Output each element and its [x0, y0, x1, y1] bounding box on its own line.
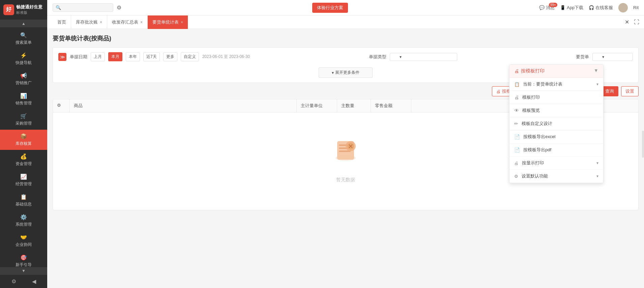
- display-print-label: 按显示打印: [522, 160, 544, 166]
- display-print-left: 🖨 按显示打印: [514, 160, 544, 166]
- dropdown-display-print[interactable]: 🖨 按显示打印 ▾: [509, 157, 603, 170]
- tab-inventory-batch-close[interactable]: ×: [100, 20, 102, 25]
- goods-select[interactable]: ▾: [592, 53, 633, 61]
- tab-receipt-summary-close[interactable]: ×: [140, 20, 143, 25]
- sidebar-item-search[interactable]: 🔍 搜索菜单: [0, 29, 47, 49]
- chevron-right-icon: ▾: [596, 82, 598, 87]
- tab-order-stats-label: 要货单统计表: [152, 19, 179, 25]
- gear-icon[interactable]: ⚙: [117, 4, 121, 11]
- dropdown-template-preview[interactable]: 👁 模板预览: [509, 104, 603, 117]
- basic-info-icon: 📋: [20, 194, 27, 200]
- search-box[interactable]: 🔍: [53, 3, 113, 12]
- sidebar-item-marketing[interactable]: 📢 营销推广: [0, 69, 47, 89]
- sidebar-item-label: 基础信息: [16, 201, 32, 207]
- table-col-quantity: 主数量: [337, 99, 371, 112]
- search-icon: 🔍: [56, 5, 61, 10]
- system-icon: ⚙️: [20, 214, 27, 220]
- template-print-item-label: 模板打印: [522, 94, 540, 100]
- settings-bottom-icon[interactable]: ⚙: [11, 278, 16, 285]
- template-custom-item-label: 模板自定义设计: [522, 121, 552, 127]
- tab-inventory-batch[interactable]: 库存批次账 ×: [71, 15, 107, 29]
- sidebar-item-label: 营销推广: [16, 80, 32, 86]
- sidebar-scroll-up[interactable]: ▲: [0, 20, 47, 27]
- print-header-icon: 🖨: [514, 68, 519, 74]
- sidebar-item-finance[interactable]: 💰 资金管理: [0, 150, 47, 170]
- goods-filter-label: 要货单: [576, 54, 589, 60]
- template-preview-icon: 👁: [514, 108, 519, 113]
- date-btn-this-month[interactable]: 本月: [108, 52, 122, 61]
- expand-more-btn[interactable]: ▾ 展开更多条件: [319, 67, 373, 78]
- collapse-icon[interactable]: ◀: [32, 278, 36, 285]
- dropdown-export-pdf[interactable]: 📄 按模板导出pdf: [509, 143, 603, 157]
- date-btn-more[interactable]: 更多: [163, 52, 177, 61]
- sidebar-item-sales[interactable]: 📊 销售管理: [0, 89, 47, 109]
- date-btn-custom[interactable]: 自定义: [181, 52, 199, 61]
- app-download-label: App下载: [567, 5, 583, 11]
- tab-receipt-summary-label: 收发存汇总表: [112, 19, 138, 25]
- date-btn-this-year[interactable]: 本年: [126, 52, 140, 61]
- search-input[interactable]: [62, 5, 106, 10]
- tab-close-btn[interactable]: ✕: [623, 18, 631, 27]
- sidebar-item-inventory[interactable]: 📦 库存核算: [0, 130, 47, 150]
- dropdown-close-icon[interactable]: ▲: [594, 68, 598, 74]
- service-icon: 🎧: [589, 5, 594, 10]
- chevron-down-icon2: ▾: [602, 55, 604, 59]
- dropdown-template-custom[interactable]: ✏ 模板自定义设计: [509, 117, 603, 130]
- date-btn-7days[interactable]: 近7天: [143, 52, 160, 61]
- filter-expand-btn[interactable]: ≫: [58, 53, 66, 61]
- table-col-checkbox: ⚙: [53, 99, 70, 112]
- sidebar-item-label: 采购管理: [16, 121, 32, 126]
- sidebar-item-operations[interactable]: 📈 经营管理: [0, 170, 47, 190]
- filter-row: ≫ 单据日期 上月 本月 本年 近7天 更多 自定义 2023-06-01 至 …: [58, 52, 633, 61]
- query-label: 查询: [605, 88, 614, 94]
- brand-name: 畅捷通好生意: [16, 4, 42, 10]
- username-label[interactable]: Rit: [633, 5, 639, 10]
- tab-controls: ✕ ⛶: [620, 18, 644, 27]
- guide-icon: 🎯: [20, 254, 27, 261]
- sidebar-item-basic-info[interactable]: 📋 基础信息: [0, 190, 47, 211]
- tab-home[interactable]: 首页: [53, 15, 71, 29]
- dropdown-current-section[interactable]: 📋 当前：要货单统计表 ▾: [509, 78, 603, 91]
- inventory-icon: 📦: [20, 133, 27, 139]
- template-custom-icon: ✏: [514, 121, 518, 126]
- online-service-btn[interactable]: 🎧 在线客服: [589, 5, 613, 11]
- dropdown-template-print[interactable]: 🖨 模板打印: [509, 91, 603, 104]
- sidebar-item-quick-nav[interactable]: ⚡ 快捷导航: [0, 49, 47, 69]
- date-btn-last-month[interactable]: 上月: [91, 52, 105, 61]
- chevron-down-icon: ▾: [400, 55, 402, 59]
- template-print-icon: 🖨: [514, 95, 519, 100]
- tab-order-stats[interactable]: 要货单统计表 ×: [148, 15, 188, 29]
- order-type-select[interactable]: ▾: [390, 53, 457, 61]
- sidebar-item-guide[interactable]: 🎯 新手引导: [0, 251, 47, 267]
- app-download-btn[interactable]: 📱 App下载: [560, 5, 583, 11]
- template-preview-item-label: 模板预览: [522, 107, 540, 114]
- dropdown-set-default[interactable]: ⚙ 设置默认功能 ▾: [509, 170, 603, 183]
- empty-scroll-svg: [329, 133, 362, 166]
- dropdown-menu: 🖨 按模板打印 ▲ 📋 当前：要货单统计表 ▾ 🖨 模板打印 👁 模板预览: [509, 64, 604, 183]
- sidebar-item-enterprise[interactable]: 🤝 企业协同: [0, 231, 47, 251]
- tab-maximize-btn[interactable]: ⛶: [633, 18, 641, 27]
- set-default-arrow: ▾: [596, 174, 598, 179]
- trial-btn[interactable]: 体验行业方案: [312, 3, 348, 13]
- dropdown-header: 🖨 按模板打印 ▲: [509, 65, 603, 78]
- enterprise-icon: 🤝: [20, 234, 27, 241]
- settings-col-icon[interactable]: ⚙: [57, 103, 61, 108]
- message-btn[interactable]: 💬 消息 99+: [539, 5, 555, 11]
- settings-btn[interactable]: 设置: [621, 86, 639, 96]
- tab-receipt-summary[interactable]: 收发存汇总表 ×: [107, 15, 148, 29]
- quick-nav-icon: ⚡: [20, 52, 27, 59]
- sidebar-scroll-down[interactable]: ▼: [0, 267, 47, 275]
- sidebar-item-label: 资金管理: [16, 161, 32, 167]
- tab-order-stats-close[interactable]: ×: [181, 20, 183, 25]
- scroll-indicator: [642, 131, 644, 158]
- sidebar-nav: 🔍 搜索菜单 ⚡ 快捷导航 📢 营销推广 📊 销售管理 🛒 采购管理 📦 库存核…: [0, 27, 47, 267]
- avatar[interactable]: [618, 3, 628, 12]
- export-pdf-item-label: 按模板导出pdf: [523, 147, 551, 153]
- settings-label: 设置: [625, 88, 634, 94]
- sidebar-item-system[interactable]: ⚙️ 系统管理: [0, 211, 47, 231]
- display-print-arrow: ▾: [596, 161, 598, 165]
- sidebar-item-purchase[interactable]: 🛒 采购管理: [0, 109, 47, 130]
- dropdown-export-excel[interactable]: 📄 按模板导出excel: [509, 130, 603, 143]
- service-label: 在线客服: [595, 5, 613, 11]
- sidebar-item-label: 快捷导航: [16, 60, 32, 66]
